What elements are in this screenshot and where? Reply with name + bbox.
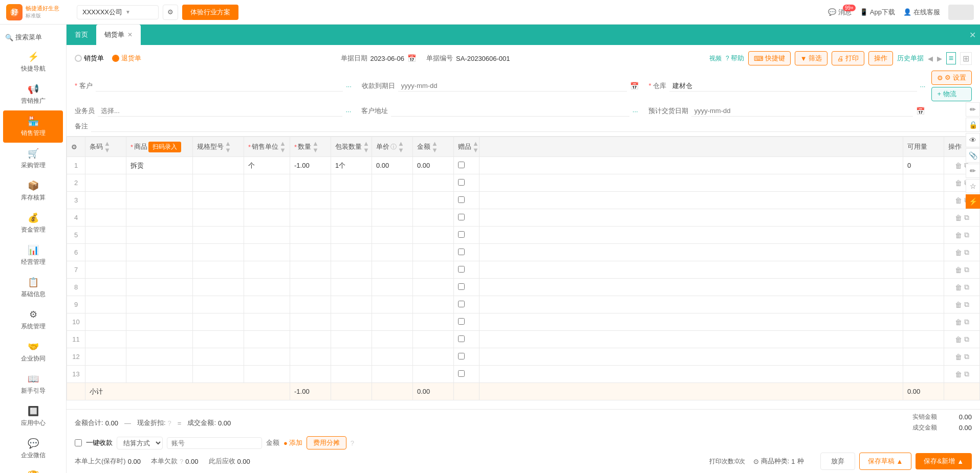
col-settings[interactable]: ⚙ — [67, 137, 85, 157]
delete-row-icon[interactable]: 🗑 — [955, 162, 962, 170]
right-panel-btn-6[interactable]: ☆ — [966, 179, 980, 193]
logistics-button[interactable]: + 物流 — [931, 87, 972, 101]
delivery-calendar-icon[interactable]: 📅 — [916, 107, 925, 115]
row-pkg-qty[interactable]: 1个 — [331, 157, 372, 174]
save-dropdown-icon[interactable]: ▲ — [957, 458, 964, 465]
tab-close-icon[interactable]: ✕ — [127, 31, 133, 38]
delete-row-icon[interactable]: 🗑 — [955, 214, 962, 222]
gift-checkbox[interactable] — [458, 214, 465, 220]
video-link[interactable]: 视频 — [709, 54, 722, 63]
warehouse-select-icon[interactable]: ··· — [920, 82, 926, 90]
tab-sales-order[interactable]: 销货单 ✕ — [96, 25, 141, 45]
right-panel-btn-4[interactable]: 📎 — [966, 148, 980, 163]
notes-input[interactable] — [91, 121, 972, 132]
copy-row-icon[interactable]: ⧉ — [964, 300, 969, 309]
gift-checkbox[interactable] — [458, 266, 465, 273]
copy-row-icon[interactable]: ⧉ — [964, 248, 969, 257]
expense-split-button[interactable]: 费用分摊 — [307, 436, 346, 449]
sidebar-item-apps[interactable]: 🔲 应用中心 — [0, 400, 66, 433]
next-record-button[interactable]: ▶ — [937, 55, 942, 62]
row-product[interactable]: 拆贡 — [126, 157, 193, 174]
save-draft-button[interactable]: 保存草稿 ▲ — [859, 453, 912, 470]
copy-row-icon[interactable]: ⧉ — [964, 231, 969, 239]
copy-row-icon[interactable]: ⧉ — [964, 318, 969, 326]
copy-row-icon[interactable]: ⧉ — [964, 213, 969, 222]
sidebar-item-sales[interactable]: 🏪 销售管理 — [3, 110, 63, 143]
add-payment-button[interactable]: ● 添加 — [284, 438, 302, 447]
gift-checkbox[interactable] — [458, 231, 465, 238]
delete-row-icon[interactable]: 🗑 — [955, 266, 962, 274]
gift-checkbox[interactable] — [458, 353, 465, 359]
sidebar-item-guide[interactable]: 📖 新手引导 — [0, 368, 66, 400]
gift-checkbox[interactable] — [458, 318, 465, 325]
gift-checkbox[interactable] — [458, 249, 465, 255]
gift-checkbox[interactable] — [458, 283, 465, 290]
copy-row-icon[interactable]: ⧉ — [964, 283, 969, 291]
right-panel-btn-orange[interactable]: ⚡ — [966, 194, 980, 209]
return-order-radio[interactable]: 退货单 — [112, 54, 141, 63]
owed-help-icon[interactable]: ? — [180, 458, 183, 465]
gift-checkbox[interactable] — [458, 301, 465, 307]
sidebar-item-purchase[interactable]: 🛒 采购管理 — [0, 143, 66, 175]
gift-checkbox[interactable] — [458, 179, 465, 186]
payment-method-select[interactable]: 结算方式 — [117, 437, 163, 449]
delete-row-icon[interactable]: 🗑 — [955, 231, 962, 239]
sidebar-item-member[interactable]: 🏆 畅会员 — [0, 465, 66, 473]
account-number-input[interactable] — [167, 437, 262, 449]
app-download-button[interactable]: 📱 App下载 — [860, 8, 895, 17]
customer-address-input[interactable] — [391, 105, 629, 117]
avatar[interactable] — [948, 5, 974, 20]
delivery-date-input[interactable] — [691, 105, 913, 117]
gift-checkbox[interactable] — [458, 335, 465, 342]
copy-row-icon[interactable]: ⧉ — [964, 370, 969, 378]
address-select-icon[interactable]: ··· — [633, 107, 638, 115]
search-menu-button[interactable]: 🔍 搜索菜单 — [0, 29, 66, 46]
settings-button[interactable]: ⚙ — [163, 5, 178, 20]
row-price[interactable]: 0.00 — [372, 157, 413, 174]
delete-row-icon[interactable]: 🗑 — [955, 301, 962, 309]
salesperson-input[interactable] — [98, 105, 342, 117]
company-selector[interactable]: XXXXXX公司 ▼ — [77, 5, 159, 19]
scan-barcode-button[interactable]: 扫码录入 — [148, 142, 181, 152]
delete-row-icon[interactable]: 🗑 — [955, 335, 962, 344]
copy-row-icon[interactable]: ⧉ — [964, 265, 969, 274]
copy-row-icon[interactable]: ⧉ — [964, 352, 969, 361]
row-amount[interactable]: 0.00 — [413, 157, 454, 174]
sidebar-item-quick-nav[interactable]: ⚡ 快捷导航 — [0, 46, 66, 78]
sidebar-item-system[interactable]: ⚙ 系统管理 — [0, 304, 66, 336]
right-panel-btn-2[interactable]: 🔒 — [966, 118, 980, 132]
gift-checkbox[interactable] — [458, 370, 465, 377]
gift-checkbox[interactable] — [458, 196, 465, 203]
delete-row-icon[interactable]: 🗑 — [955, 283, 962, 291]
table-settings-icon[interactable]: ⚙ — [71, 143, 77, 151]
filter-button[interactable]: ▼ 筛选 — [795, 51, 827, 65]
prev-record-button[interactable]: ◀ — [928, 55, 933, 62]
draft-dropdown-icon[interactable]: ▲ — [897, 458, 903, 465]
sidebar-item-basic[interactable]: 📋 基础信息 — [0, 272, 66, 304]
gift-checkbox[interactable] — [458, 162, 465, 168]
messages-button[interactable]: 💬 消息 99+ — [828, 8, 852, 17]
card-view-button[interactable]: ⊞ — [960, 52, 972, 65]
shortcut-button[interactable]: ⌨ 快捷键 — [748, 51, 791, 65]
one-click-payment-checkbox[interactable] — [75, 439, 82, 446]
row-qty[interactable]: -1.00 — [290, 157, 331, 174]
sidebar-item-finance[interactable]: 💰 资金管理 — [0, 207, 66, 239]
print-button[interactable]: 🖨 打印 — [832, 51, 864, 65]
row-note[interactable] — [480, 157, 903, 174]
due-date-calendar-icon[interactable]: 📅 — [630, 82, 639, 90]
right-panel-btn-3[interactable]: 👁 — [966, 133, 980, 147]
right-panel-btn-1[interactable]: ✏ — [966, 102, 980, 117]
list-view-button[interactable]: ≡ — [946, 52, 956, 64]
customer-input[interactable] — [96, 80, 343, 92]
copy-row-icon[interactable]: ⧉ — [964, 335, 969, 344]
sidebar-item-operations[interactable]: 📊 经营管理 — [0, 239, 66, 272]
sidebar-item-collab[interactable]: 🤝 企业协同 — [0, 336, 66, 368]
sidebar-item-wechat[interactable]: 💬 企业微信 — [0, 433, 66, 465]
row-gift[interactable] — [454, 157, 480, 174]
calendar-icon[interactable]: 📅 — [407, 54, 416, 62]
online-service-button[interactable]: 👤 在线客服 — [903, 8, 940, 17]
history-link[interactable]: 历史单据 — [897, 54, 924, 63]
warehouse-input[interactable]: 建材仓 — [669, 80, 917, 92]
delete-row-icon[interactable]: 🗑 — [955, 318, 962, 326]
help-link[interactable]: ? 帮助 — [726, 54, 744, 63]
